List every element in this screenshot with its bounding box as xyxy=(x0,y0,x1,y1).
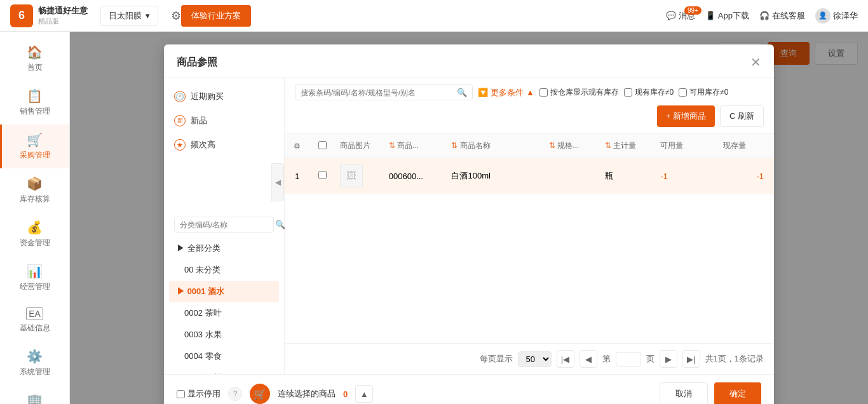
sidebar-item-home[interactable]: 🏠 首页 xyxy=(0,37,69,81)
warehouse-checkbox-label[interactable]: 按仓库显示现有库存 xyxy=(539,87,619,98)
online-service-btn[interactable]: 🎧 在线客服 xyxy=(759,10,805,22)
row-num: 1 xyxy=(285,158,309,194)
sidebar-item-system[interactable]: ⚙️ 系统管理 xyxy=(0,341,69,385)
filter-btn[interactable]: 🔽 更多条件 ▲ xyxy=(478,87,534,98)
store-selector[interactable]: 日太阳膜 ▾ xyxy=(100,6,158,26)
category-drinks[interactable]: 0005 饮料 xyxy=(169,367,279,374)
modal-title: 商品参照 xyxy=(177,56,217,69)
content-area: 刷新 查询 设置 商品参照 ✕ 🕐 xyxy=(70,32,868,404)
sidebar-item-basics[interactable]: EA 基础信息 xyxy=(0,300,69,341)
show-disabled-checkbox[interactable] xyxy=(177,390,185,398)
table-header-row: ⚙ 商品图片 xyxy=(285,134,774,158)
row-check xyxy=(309,158,334,194)
main-layout: 🏠 首页 📋 销售管理 🛒 采购管理 📦 库存核算 💰 资金管理 📊 经营管理 … xyxy=(0,32,868,404)
refresh-btn[interactable]: C 刷新 xyxy=(720,105,764,127)
show-disabled-label[interactable]: 显示停用 xyxy=(177,388,220,400)
th-name: ⇅ 商品名称 xyxy=(446,134,544,158)
modal-header: 商品参照 ✕ xyxy=(164,44,774,78)
per-page-select[interactable]: 50 xyxy=(518,351,552,367)
table-row[interactable]: 1 🖼 xyxy=(285,158,774,194)
category-liquor[interactable]: ▶ 0001 酒水 xyxy=(169,281,279,302)
sidebar-item-finance[interactable]: 💰 资金管理 xyxy=(0,212,69,256)
usable-checkbox-label[interactable]: 可用库存≠0 xyxy=(679,87,728,98)
column-settings-icon[interactable]: ⚙ xyxy=(294,142,301,151)
warehouse-checkbox[interactable] xyxy=(539,88,548,97)
sidebar-item-operations[interactable]: 📊 经营管理 xyxy=(0,256,69,300)
star-icon: ★ xyxy=(174,139,186,151)
th-code: ⇅ 商品... xyxy=(384,134,447,158)
category-unclassified[interactable]: 00 未分类 xyxy=(169,259,279,281)
th-settings: ⚙ xyxy=(285,134,309,158)
select-all-checkbox[interactable] xyxy=(318,141,327,149)
th-check xyxy=(309,134,334,158)
page-first-btn[interactable]: |◀ xyxy=(557,350,574,368)
sidebar-item-company[interactable]: 🏢 企业协同 xyxy=(0,385,69,404)
th-spec: ⇅ 规格... xyxy=(544,134,600,158)
modal-close-btn[interactable]: ✕ xyxy=(750,55,761,70)
inventory-icon: 📦 xyxy=(27,176,43,191)
available-checkbox[interactable] xyxy=(624,88,632,97)
sidebar-item-sales[interactable]: 📋 销售管理 xyxy=(0,81,69,125)
store-name: 日太阳膜 xyxy=(109,10,142,22)
th-avail: 可用量 xyxy=(655,134,718,158)
user-profile[interactable]: 👤 徐泽华 xyxy=(815,8,858,24)
page-last-btn[interactable]: ▶| xyxy=(682,350,700,368)
usable-checkbox[interactable] xyxy=(679,88,687,97)
search-icon[interactable]: 🔍 xyxy=(275,220,285,229)
experience-btn[interactable]: 体验行业方案 xyxy=(181,5,251,27)
row-checkbox[interactable] xyxy=(318,171,327,179)
category-snacks[interactable]: 0004 零食 xyxy=(169,346,279,367)
messages-btn[interactable]: 💬 消息 99 xyxy=(666,10,695,22)
category-search-wrap: 🔍 xyxy=(174,217,274,232)
category-tree: ▶ 全部分类 00 未分类 ▶ 0001 酒水 0002 xyxy=(164,238,284,374)
footer-collapse-btn[interactable]: ▲ xyxy=(355,385,373,403)
cart-count: 0 xyxy=(343,389,348,399)
sidebar-label-basics: 基础信息 xyxy=(20,323,50,333)
product-search-input[interactable] xyxy=(301,88,457,97)
category-fruit[interactable]: 0003 水果 xyxy=(169,324,279,346)
row-img: 🖼 xyxy=(335,158,384,194)
product-table: ⚙ 商品图片 xyxy=(285,134,774,194)
app-download-btn[interactable]: 📱 App下载 xyxy=(705,10,749,22)
page-next-btn[interactable]: ▶ xyxy=(660,350,677,368)
panel-collapse-btn[interactable]: ◀ xyxy=(271,163,284,201)
logo-icon: 6 xyxy=(10,4,33,27)
purchase-icon: 🛒 xyxy=(27,132,43,147)
toolbar-right: + 新增商品 C 刷新 xyxy=(657,105,764,127)
category-tea[interactable]: 0002 茶叶 xyxy=(169,302,279,324)
add-product-btn[interactable]: + 新增商品 xyxy=(657,105,715,127)
left-panel: 🕐 近期购买 新 新品 ★ 频次高 ◀ xyxy=(164,78,285,374)
new-icon: 新 xyxy=(174,115,186,126)
confirm-btn[interactable]: 确定 xyxy=(714,382,761,404)
cancel-btn[interactable]: 取消 xyxy=(660,382,708,404)
search-submit-icon[interactable]: 🔍 xyxy=(457,88,467,97)
modal-overlay: 商品参照 ✕ 🕐 近期购买 新 新品 xyxy=(70,32,868,404)
nav-right: 💬 消息 99 📱 App下载 🎧 在线客服 👤 徐泽华 xyxy=(666,8,858,24)
avatar: 👤 xyxy=(815,8,831,24)
sort-spec-icon: ⇅ xyxy=(549,141,555,150)
settings-icon[interactable]: ⚙ xyxy=(171,9,181,23)
product-reference-modal: 商品参照 ✕ 🕐 近期购买 新 新品 xyxy=(164,44,774,404)
sidebar-item-inventory[interactable]: 📦 库存核算 xyxy=(0,168,69,212)
new-products-item[interactable]: 新 新品 xyxy=(164,109,284,133)
filter-icon: 🔽 xyxy=(478,88,488,97)
category-all[interactable]: ▶ 全部分类 xyxy=(169,238,279,259)
help-icon[interactable]: ? xyxy=(228,387,242,401)
sidebar-item-purchase[interactable]: 🛒 采购管理 xyxy=(0,125,69,168)
row-name: 白酒100ml xyxy=(446,158,544,194)
total-info: 共1页，1条记录 xyxy=(705,353,764,365)
clock-icon: 🕐 xyxy=(174,91,186,102)
frequent-item[interactable]: ★ 频次高 xyxy=(164,133,284,157)
sort-icon: ⇅ xyxy=(389,141,395,150)
page-prev-btn[interactable]: ◀ xyxy=(580,350,597,368)
available-checkbox-label[interactable]: 现有库存≠0 xyxy=(624,87,674,98)
category-search-input[interactable] xyxy=(180,220,275,229)
page-suffix-label: 页 xyxy=(646,353,654,365)
page-number-input[interactable]: 1 xyxy=(616,352,641,367)
system-icon: ⚙️ xyxy=(27,349,43,364)
modal-footer: 显示停用 ? 🛒 连续选择的商品 0 ▲ 取消 确定 xyxy=(164,374,774,404)
cart-label: 连续选择的商品 xyxy=(278,388,336,400)
operations-icon: 📊 xyxy=(27,264,43,279)
recent-purchase-item[interactable]: 🕐 近期购买 xyxy=(164,84,284,109)
sidebar-label-system: 系统管理 xyxy=(20,367,50,377)
